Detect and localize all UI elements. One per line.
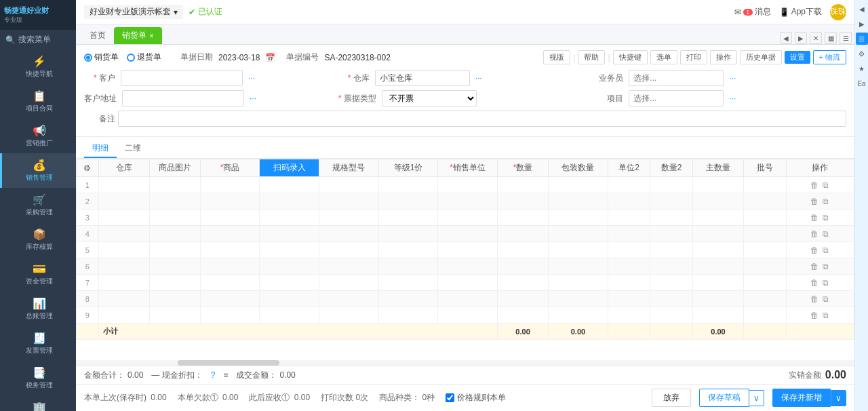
- row-delete-btn[interactable]: 🗑: [810, 229, 819, 239]
- save-new-button[interactable]: 保存并新增: [772, 389, 831, 407]
- subtotal-row: 小计 0.00 0.00 0.00: [77, 324, 854, 340]
- logistics-button[interactable]: + 物流: [813, 50, 846, 64]
- col-batch-import[interactable]: 扫码录入: [260, 159, 319, 177]
- sidebar-item-invoice[interactable]: 🧾 发票管理: [0, 326, 76, 361]
- col-settings[interactable]: ⚙: [77, 159, 99, 177]
- tab-home[interactable]: 首页: [81, 27, 114, 44]
- project-input[interactable]: [629, 90, 724, 106]
- row-copy-btn[interactable]: ⧉: [821, 229, 830, 239]
- tab-grid-icon[interactable]: ▦: [825, 32, 837, 44]
- right-tool-4[interactable]: ★: [856, 62, 868, 75]
- row-copy-btn[interactable]: ⧉: [821, 294, 830, 304]
- user-avatar[interactable]: 珠珠: [830, 4, 846, 20]
- radio-sales-dot: [84, 54, 92, 62]
- sidebar-search[interactable]: 🔍 搜索菜单: [0, 30, 76, 50]
- sidebar-item-quick-nav[interactable]: ⚡ 快捷导航: [0, 50, 76, 84]
- sales-table: ⚙ 仓库 商品图片 *商品 扫码录入 规格型号 等级1价 *销售单位 *数量 包…: [76, 159, 854, 340]
- customer-more[interactable]: ···: [245, 73, 258, 83]
- table-row: 3 🗑⧉: [77, 210, 854, 226]
- right-tool-3[interactable]: ⚙: [856, 47, 868, 60]
- company-selector[interactable]: 好业财专业版演示帐套 ▾: [84, 5, 183, 19]
- horizontal-scrollbar[interactable]: [76, 360, 854, 366]
- radio-sales[interactable]: 销货单: [84, 52, 119, 63]
- help-button[interactable]: 帮助: [578, 50, 605, 64]
- radio-return[interactable]: 退货单: [127, 52, 161, 63]
- calendar-icon[interactable]: 📅: [265, 53, 275, 62]
- row-copy-btn[interactable]: ⧉: [821, 246, 830, 255]
- tab-close-all[interactable]: ✕: [810, 32, 822, 44]
- row-delete-btn[interactable]: 🗑: [810, 262, 819, 271]
- row-delete-btn[interactable]: 🗑: [810, 311, 819, 320]
- abandon-button[interactable]: 放弃: [652, 389, 691, 407]
- app-download-button[interactable]: 📱 App下载: [779, 6, 822, 18]
- invoice-select[interactable]: 不开票 增值税普通发票 增值税专用发票: [382, 90, 477, 106]
- tab-detail[interactable]: 明细: [84, 140, 117, 158]
- row-copy-btn[interactable]: ⧉: [821, 311, 830, 320]
- tab-list-icon[interactable]: ☰: [840, 32, 852, 44]
- row-delete-btn[interactable]: 🗑: [810, 197, 819, 206]
- save-draft-button[interactable]: 保存草稿: [699, 389, 749, 407]
- sidebar-item-accounting[interactable]: 📊 总账管理: [0, 292, 76, 326]
- row-copy-btn[interactable]: ⧉: [821, 262, 830, 271]
- right-tool-active[interactable]: ☰: [856, 33, 868, 45]
- right-tool-5[interactable]: Ea: [856, 77, 868, 90]
- save-draft-arrow[interactable]: ∨: [749, 390, 764, 406]
- salesperson-input[interactable]: [629, 70, 724, 86]
- right-tool-2[interactable]: ▶: [856, 18, 868, 30]
- customer-input[interactable]: [121, 70, 243, 86]
- warehouse-input[interactable]: [375, 70, 470, 86]
- row-delete-btn[interactable]: 🗑: [810, 294, 819, 304]
- tab-prev-arrow[interactable]: ◀: [780, 32, 792, 44]
- salesperson-more[interactable]: ···: [726, 73, 738, 83]
- set-button[interactable]: 设置: [785, 51, 810, 64]
- print-button[interactable]: 打印: [680, 50, 707, 64]
- sidebar-item-project[interactable]: 📋 项目合同: [0, 84, 76, 119]
- tab-next-arrow[interactable]: ▶: [795, 32, 807, 44]
- right-tool-1[interactable]: ◀: [856, 3, 868, 15]
- warehouse-more[interactable]: ···: [473, 73, 485, 83]
- sidebar-item-assets[interactable]: 🏢 固定资产: [0, 395, 76, 411]
- project-more[interactable]: ···: [726, 94, 738, 103]
- topbar-right: ✉ 1 消息 📱 App下载 珠珠: [734, 4, 846, 20]
- tab-2d[interactable]: 二维: [117, 140, 149, 158]
- select-button[interactable]: 选单: [650, 50, 677, 64]
- prev-label: 本单上次(保存时): [84, 393, 146, 402]
- tab-sales-order[interactable]: 销货单 ×: [114, 27, 162, 44]
- sidebar-item-purchase[interactable]: 🛒 采购管理: [0, 188, 76, 222]
- sidebar-item-tax[interactable]: 📑 税务管理: [0, 361, 76, 395]
- operation-button[interactable]: 操作: [710, 50, 737, 64]
- tabbar: 首页 销货单 × ◀ ▶ ✕ ▦ ☰: [76, 24, 854, 45]
- col-warehouse: 仓库: [98, 159, 149, 177]
- row-delete-btn[interactable]: 🗑: [810, 246, 819, 255]
- help-icon[interactable]: ?: [211, 370, 216, 380]
- scrollbar-thumb[interactable]: [178, 360, 279, 366]
- save-new-arrow[interactable]: ∨: [831, 390, 846, 406]
- price-rule-checkbox[interactable]: 价格规则本单: [446, 392, 506, 404]
- note-input[interactable]: [118, 111, 846, 127]
- address-input[interactable]: [122, 90, 244, 106]
- tab-close-icon[interactable]: ×: [149, 31, 154, 41]
- sidebar-item-marketing[interactable]: 📢 营销推广: [0, 119, 76, 153]
- view-button[interactable]: 视版: [543, 50, 570, 64]
- address-more[interactable]: ···: [247, 94, 259, 103]
- invoice-field: 票据类型 不开票 增值税普通发票 增值税专用发票: [338, 90, 593, 106]
- messages-button[interactable]: ✉ 1 消息: [734, 6, 771, 18]
- row-delete-btn[interactable]: 🗑: [810, 180, 819, 190]
- sidebar-item-capital[interactable]: 💳 资金管理: [0, 257, 76, 292]
- row-delete-btn[interactable]: 🗑: [810, 278, 819, 288]
- sidebar-item-inventory[interactable]: 📦 库存核算: [0, 222, 76, 257]
- row-copy-btn[interactable]: ⧉: [821, 213, 830, 222]
- check-icon: ✔: [189, 7, 195, 17]
- shortcuts-button[interactable]: 快捷键: [613, 50, 648, 64]
- user-initial: 珠珠: [830, 6, 846, 18]
- history-button[interactable]: 历史单据: [740, 50, 782, 64]
- row-delete-btn[interactable]: 🗑: [810, 213, 819, 222]
- row-copy-btn[interactable]: ⧉: [821, 197, 830, 206]
- sidebar-item-sales[interactable]: 💰 销售管理: [0, 153, 76, 188]
- table-row: 7 🗑⧉: [77, 275, 854, 291]
- search-label: 搜索菜单: [18, 34, 51, 45]
- price-rule-check[interactable]: [446, 393, 454, 402]
- row-copy-btn[interactable]: ⧉: [821, 180, 830, 190]
- deal-amount: 成交金额： 0.00: [236, 370, 295, 381]
- row-copy-btn[interactable]: ⧉: [821, 278, 830, 288]
